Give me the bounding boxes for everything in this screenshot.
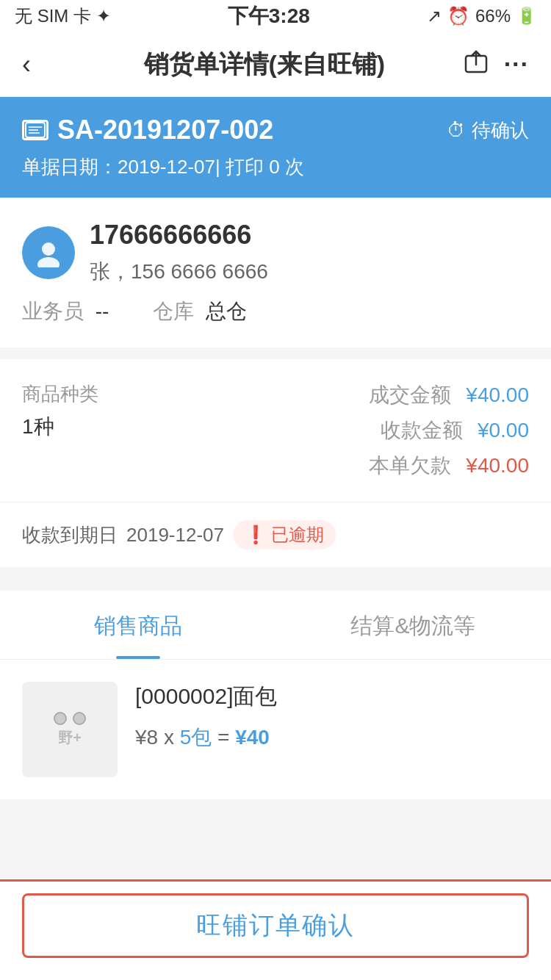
owl-eye-right (73, 712, 86, 725)
order-id-icon (22, 120, 48, 140)
order-id-row: SA-20191207-002 ⏱ 待确认 (22, 115, 529, 145)
amount-owed: 本单欠款 ¥40.00 (369, 452, 529, 480)
due-date-section: 收款到期日 2019-12-07 ❗ 已逾期 (0, 502, 551, 567)
order-status: ⏱ 待确认 (447, 118, 529, 143)
product-qty: 5包 (180, 726, 212, 749)
product-separator: = (212, 726, 235, 749)
overdue-icon: ❗ (245, 525, 267, 545)
warehouse-value: 总仓 (206, 300, 247, 323)
tab-sales-product[interactable]: 销售商品 (0, 591, 276, 659)
page-title: 销货单详情(来自旺铺) (66, 48, 463, 82)
category-label: 商品种类 (22, 381, 98, 407)
share-icon[interactable] (463, 48, 489, 81)
status-time: 下午3:28 (228, 2, 310, 30)
amount-deal-label: 成交金额 (369, 381, 451, 409)
staff-value: -- (96, 300, 109, 323)
status-right: ↗ ⏰ 66% 🔋 (427, 6, 536, 26)
product-thumbnail: 野+ (22, 682, 118, 777)
customer-row: 17666666666 张，156 6666 6666 (22, 220, 529, 286)
customer-section: 17666666666 张，156 6666 6666 业务员 -- 仓库 总仓 (0, 198, 551, 347)
owl-eyes (54, 712, 86, 725)
overdue-text: 已逾期 (271, 523, 324, 547)
product-price: ¥8 x (135, 726, 180, 749)
svg-point-6 (42, 242, 55, 256)
customer-info: 17666666666 张，156 6666 6666 (90, 220, 268, 286)
customer-contact: 张，156 6666 6666 (90, 258, 268, 286)
avatar (22, 226, 75, 279)
order-id-text: SA-20191207-002 (57, 115, 273, 145)
summary-section: 商品种类 1种 成交金额 ¥40.00 收款金额 ¥0.00 本单欠款 ¥40.… (0, 359, 551, 502)
category-value: 1种 (22, 413, 98, 441)
product-thumb-inner: 野+ (54, 712, 86, 748)
bottom-bar: 旺铺订单确认 (0, 879, 551, 980)
product-price-row: ¥8 x 5包 = ¥40 (135, 724, 529, 752)
product-section: 野+ [0000002]面包 ¥8 x 5包 = ¥40 (0, 660, 551, 799)
location-icon: ↗ (427, 6, 442, 26)
warehouse-meta: 仓库 总仓 (153, 298, 247, 325)
product-info: [0000002]面包 ¥8 x 5包 = ¥40 (135, 682, 529, 752)
battery-icon: 🔋 (516, 7, 536, 26)
nav-bar: ‹ 销货单详情(来自旺铺) ··· (0, 32, 551, 97)
amount-received: 收款金额 ¥0.00 (381, 417, 529, 444)
owl-eye-left (54, 712, 67, 725)
order-date: 单据日期：2019-12-07| 打印 0 次 (22, 154, 529, 180)
overdue-badge: ❗ 已逾期 (233, 520, 336, 550)
order-header: SA-20191207-002 ⏱ 待确认 单据日期：2019-12-07| 打… (0, 97, 551, 198)
summary-left: 商品种类 1种 (22, 381, 98, 441)
sim-status: 无 SIM 卡 ✦ (15, 4, 111, 28)
status-clock-icon: ⏱ (447, 119, 466, 142)
tabs-section: 销售商品 结算&物流等 野+ [0000002]面包 ¥8 x 5包 = ¥40 (0, 591, 551, 799)
amount-received-label: 收款金额 (381, 417, 463, 444)
more-icon[interactable]: ··· (504, 50, 529, 79)
staff-label: 业务员 (22, 300, 84, 323)
amount-owed-value: ¥40.00 (466, 454, 529, 478)
product-total: ¥40 (235, 726, 270, 749)
divider-1 (0, 347, 551, 359)
tab-settlement[interactable]: 结算&物流等 (276, 591, 551, 659)
product-name: [0000002]面包 (135, 682, 529, 712)
confirm-order-button[interactable]: 旺铺订单确认 (22, 893, 529, 958)
customer-phone: 17666666666 (90, 220, 268, 251)
product-item: 野+ [0000002]面包 ¥8 x 5包 = ¥40 (22, 682, 529, 777)
amount-deal: 成交金额 ¥40.00 (369, 381, 529, 409)
status-bar: 无 SIM 卡 ✦ 下午3:28 ↗ ⏰ 66% 🔋 (0, 0, 551, 32)
amount-received-value: ¥0.00 (478, 419, 529, 442)
customer-meta: 业务员 -- 仓库 总仓 (22, 298, 529, 325)
alarm-icon: ⏰ (447, 6, 469, 26)
summary-right: 成交金额 ¥40.00 收款金额 ¥0.00 本单欠款 ¥40.00 (369, 381, 529, 480)
amount-owed-label: 本单欠款 (369, 452, 451, 480)
back-button[interactable]: ‹ (22, 49, 66, 80)
svg-point-7 (37, 257, 60, 267)
owl-text: 野+ (58, 728, 82, 748)
divider-2 (0, 567, 551, 579)
due-date-value: 2019-12-07 (126, 524, 224, 547)
order-status-text: 待确认 (472, 118, 529, 143)
staff-meta: 业务员 -- (22, 298, 109, 325)
amount-deal-value: ¥40.00 (466, 383, 529, 407)
battery-status: 66% (475, 6, 511, 26)
status-left: 无 SIM 卡 ✦ (15, 4, 111, 28)
warehouse-label: 仓库 (153, 300, 194, 323)
order-id: SA-20191207-002 (22, 115, 273, 145)
nav-actions: ··· (463, 48, 529, 81)
due-label: 收款到期日 (22, 522, 118, 548)
tabs-row: 销售商品 结算&物流等 (0, 591, 551, 660)
